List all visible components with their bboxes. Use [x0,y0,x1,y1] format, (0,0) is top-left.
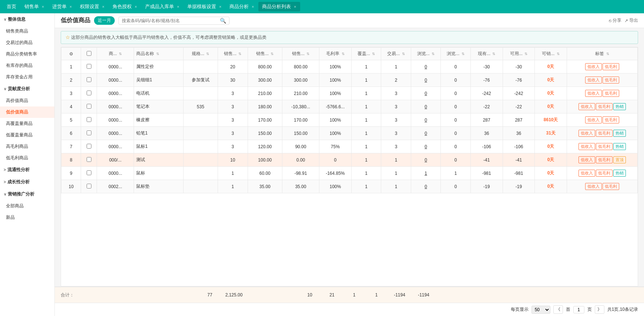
tag-低毛利[interactable]: 低毛利 [596,130,613,137]
th-name[interactable]: 商品名称 ⇅ [134,48,183,60]
nav-templates[interactable]: 单据模板设置 × [184,2,225,11]
browse1-link[interactable]: 0 [425,184,427,189]
sidebar-section-overall[interactable]: ∨ 整体信息 [0,13,54,26]
nav-permissions[interactable]: 权限设置 × [76,2,108,11]
row-browse1[interactable]: 0 [411,113,441,127]
th-tag[interactable]: 标签 ⇅ [567,48,638,60]
row-checkbox[interactable] [87,91,91,95]
tag-低收入[interactable]: 低收入 [585,116,602,123]
th-sale-amount[interactable]: 销售... ⇅ [282,48,319,60]
last-page-btn[interactable]: 》 [595,305,604,314]
sidebar-item-low-value[interactable]: 低价值商品 [0,106,54,118]
sidebar-item-all-goods[interactable]: 全部商品 [0,200,54,212]
row-checkbox[interactable] [87,170,91,175]
browse1-link[interactable]: 0 [425,144,427,149]
tag-低毛利[interactable]: 低毛利 [596,170,613,177]
row-checkbox[interactable] [87,184,91,188]
settings-icon[interactable]: ⚙ [69,51,73,57]
row-checkbox[interactable] [87,104,91,109]
tag-热销[interactable]: 热销 [613,130,626,137]
row-browse1[interactable]: 0 [411,74,441,87]
row-check[interactable] [81,167,97,180]
row-check[interactable] [81,153,97,167]
row-browse1[interactable]: 0 [411,60,441,74]
row-browse1[interactable]: 0 [411,180,441,193]
th-code[interactable]: 商... ⇅ [97,48,134,60]
sidebar-item-sales-goods[interactable]: 销售类商品 [0,26,54,37]
tag-低收入[interactable]: 低收入 [585,183,602,190]
tag-低收入[interactable]: 低收入 [578,103,595,110]
th-sale-qty[interactable]: 销售... ⇅ [218,48,248,60]
sidebar-item-stock-goods[interactable]: 有库存的商品 [0,60,54,71]
th-settings[interactable]: ⚙ [61,48,81,60]
row-browse1[interactable]: 1 [411,167,441,180]
select-all-checkbox[interactable] [87,51,91,56]
search-icon[interactable]: 🔍 [220,18,226,24]
row-browse1[interactable]: 0 [411,127,441,140]
browse1-link[interactable]: 0 [425,118,427,123]
tag-置顶[interactable]: 置顶 [613,156,626,163]
row-check[interactable] [81,87,97,100]
sidebar-item-low-coverage[interactable]: 低覆盖量商品 [0,129,54,141]
row-check[interactable] [81,74,97,87]
per-page-select[interactable]: 50 100 200 [531,306,550,314]
row-browse1[interactable]: 0 [411,140,441,153]
filter-recent-month-btn[interactable]: 近一月 [94,16,115,25]
browse1-link[interactable]: 0 [425,104,427,109]
nav-analysis-list[interactable]: 商品分析列表 × [258,2,300,11]
tag-低毛利[interactable]: 低毛利 [603,183,619,190]
sidebar-section-contribution[interactable]: ∨ 贡献度分析 [0,83,54,95]
tag-热销[interactable]: 热销 [613,143,626,150]
row-checkbox[interactable] [87,117,91,122]
sidebar-item-high-margin[interactable]: 高毛利商品 [0,141,54,152]
sidebar-item-low-margin[interactable]: 低毛利商品 [0,152,54,164]
row-check[interactable] [81,113,97,127]
row-check[interactable] [81,60,97,74]
sidebar-item-traded-goods[interactable]: 交易过的商品 [0,37,54,48]
th-avail[interactable]: 可用... ⇅ [503,48,535,60]
sidebar-section-circulation[interactable]: > 流通性分析 [0,164,54,176]
sidebar-item-new-goods[interactable]: 新品 [0,212,54,223]
search-input[interactable] [122,18,220,23]
sidebar-item-category-rate[interactable]: 商品分类销售率 [0,48,54,60]
tag-低收入[interactable]: 低收入 [578,143,595,150]
nav-analysis[interactable]: 商品分析 × [226,2,258,11]
sidebar-item-high-coverage[interactable]: 高覆盖量商品 [0,118,54,129]
th-current[interactable]: 现有... ⇅ [470,48,503,60]
tag-低毛利[interactable]: 低毛利 [603,116,619,123]
tag-热销[interactable]: 热销 [613,170,626,177]
nav-products[interactable]: 产成品入库单 × [141,2,183,11]
tag-低收入[interactable]: 低收入 [578,130,595,137]
tag-低毛利[interactable]: 低毛利 [603,90,619,97]
th-browse2[interactable]: 浏览... ⇅ [441,48,471,60]
th-trade[interactable]: 交易... ⇅ [381,48,411,60]
nav-purchase[interactable]: 进货单 × [48,2,76,11]
tag-低毛利[interactable]: 低毛利 [596,156,613,163]
row-checkbox[interactable] [87,130,91,135]
row-browse1[interactable]: 0 [411,100,441,113]
browse1-link[interactable]: 0 [425,131,427,136]
tag-低毛利[interactable]: 低毛利 [596,103,613,110]
share-btn[interactable]: ⎋ 分享 [609,17,621,24]
browse1-link[interactable]: 0 [425,64,427,69]
th-spec[interactable]: 规格... ⇅ [183,48,218,60]
sidebar-section-marketing[interactable]: ∨ 营销推广分析 [0,188,54,200]
row-checkbox[interactable] [87,157,91,162]
th-sell[interactable]: 可销... ⇅ [535,48,567,60]
browse1-link[interactable]: 0 [425,78,427,83]
row-checkbox[interactable] [87,77,91,82]
tag-低收入[interactable]: 低收入 [585,77,602,84]
browse1-link[interactable]: 0 [425,157,427,163]
browse1-link[interactable]: 0 [425,91,427,96]
row-check[interactable] [81,127,97,140]
tag-低收入[interactable]: 低收入 [585,63,602,70]
th-browse1[interactable]: 浏览... ⇅ [411,48,441,60]
nav-sales[interactable]: 销售单 × [21,2,48,11]
row-check[interactable] [81,100,97,113]
row-checkbox[interactable] [87,64,91,69]
nav-home[interactable]: 首页 [3,2,20,11]
tag-低收入[interactable]: 低收入 [585,90,602,97]
sidebar-item-stock-fund[interactable]: 库存资金占用 [0,71,54,83]
nav-roles[interactable]: 角色授权 × [109,2,141,11]
row-check[interactable] [81,140,97,153]
